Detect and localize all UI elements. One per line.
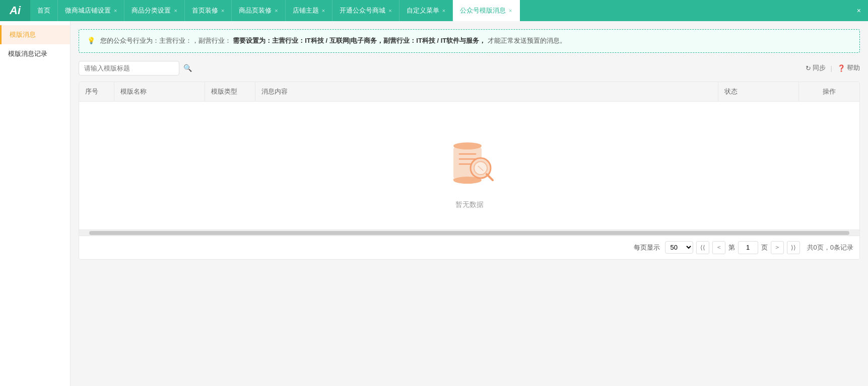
sidebar-item-template-record[interactable]: 模版消息记录: [0, 44, 70, 63]
svg-point-2: [453, 142, 482, 149]
svg-line-9: [487, 174, 493, 180]
nav-close-mall[interactable]: ×: [388, 8, 391, 14]
table-header: 序号 模版名称 模版类型 消息内容 状态 操作: [79, 82, 859, 102]
nav-item-template-msg[interactable]: 公众号模版消息 ×: [453, 0, 519, 21]
last-page-button[interactable]: ⟩⟩: [787, 241, 800, 254]
search-left: 🔍: [79, 61, 192, 75]
nav-close-menu[interactable]: ×: [442, 8, 445, 14]
nav-label-shop-setting: 微商城店铺设置: [65, 6, 111, 15]
next-page-button[interactable]: ＞: [771, 241, 784, 254]
nav-item-menu[interactable]: 自定义菜单 ×: [399, 0, 453, 21]
nav-label-menu: 自定义菜单: [407, 6, 439, 15]
nav-label-category: 商品分类设置: [131, 6, 171, 15]
horizontal-scrollbar[interactable]: [79, 229, 859, 236]
page-label-before: 第: [728, 243, 735, 252]
sidebar-item-template-msg[interactable]: 模版消息: [0, 25, 70, 44]
col-header-name: 模版名称: [114, 82, 205, 101]
search-input[interactable]: [79, 61, 179, 75]
total-info: 共0页，0条记录: [807, 243, 853, 252]
sidebar: 模版消息 模版消息记录: [0, 21, 71, 386]
main-layout: 模版消息 模版消息记录 💡 您的公众号行业为：主营行业：，副营行业： 需要设置为…: [0, 21, 868, 386]
nav-label-product-page: 商品页装修: [239, 6, 272, 15]
search-bar: 🔍 ↻ 同步 | ❓ 帮助: [79, 61, 860, 75]
nav-close-template-msg[interactable]: ×: [509, 8, 512, 14]
first-page-button[interactable]: ⟨⟨: [696, 241, 709, 254]
help-button[interactable]: ❓ 帮助: [837, 63, 860, 72]
col-header-type: 模版类型: [205, 82, 255, 101]
nav-item-product-page[interactable]: 商品页装修 ×: [232, 0, 285, 21]
nav-item-homepage[interactable]: 首页装修 ×: [185, 0, 232, 21]
page-size-select[interactable]: 50 20 100: [665, 241, 693, 254]
col-header-action: 操作: [799, 82, 859, 101]
logo: Ai: [0, 0, 30, 21]
scrollbar-thumb[interactable]: [89, 231, 849, 235]
last-page-icon: ⟩⟩: [791, 244, 796, 251]
col-header-seq: 序号: [79, 82, 114, 101]
nav-item-category[interactable]: 商品分类设置 ×: [124, 0, 184, 21]
nav-item-mall[interactable]: 开通公众号商城 ×: [332, 0, 399, 21]
nav-label-template-msg: 公众号模版消息: [460, 6, 506, 15]
page-number-input[interactable]: [738, 241, 758, 254]
notice-highlight: 需要设置为：主营行业：IT科技 / 互联网|电子商务，副营行业：IT科技 / I…: [233, 37, 486, 44]
prev-page-button[interactable]: ＜: [712, 241, 725, 254]
nav-item-shop-setting[interactable]: 微商城店铺设置 ×: [58, 0, 124, 21]
nav-label-homepage: 首页装修: [192, 6, 218, 15]
next-page-icon: ＞: [774, 243, 780, 252]
help-icon: ❓: [837, 64, 845, 72]
search-icon: 🔍: [183, 64, 192, 72]
col-header-status: 状态: [718, 82, 799, 101]
page-size-label: 每页显示: [634, 243, 660, 252]
empty-text: 暂无数据: [455, 200, 484, 209]
prev-page-icon: ＜: [716, 243, 722, 252]
nav-label-home: 首页: [37, 6, 50, 15]
first-page-icon: ⟨⟨: [700, 244, 705, 251]
empty-illustration: [439, 132, 500, 192]
content-area: 💡 您的公众号行业为：主营行业：，副营行业： 需要设置为：主营行业：IT科技 /…: [71, 21, 868, 386]
notice-box: 💡 您的公众号行业为：主营行业：，副营行业： 需要设置为：主营行业：IT科技 /…: [79, 29, 860, 53]
notice-prefix: 您的公众号行业为：主营行业：，副营行业：: [100, 37, 231, 44]
nav-close-homepage[interactable]: ×: [221, 8, 224, 14]
nav-close-theme[interactable]: ×: [322, 8, 325, 14]
global-close-button[interactable]: ×: [850, 7, 868, 15]
nav-close-product-page[interactable]: ×: [275, 8, 278, 14]
pagination: 每页显示 50 20 100 ⟨⟨ ＜ 第 页 ＞: [79, 236, 859, 259]
nav-item-home[interactable]: 首页: [30, 0, 58, 21]
top-nav: Ai 首页 微商城店铺设置 × 商品分类设置 × 首页装修 × 商品页装修 × …: [0, 0, 868, 21]
toolbar-divider: |: [831, 64, 832, 72]
sync-button[interactable]: ↻ 同步: [806, 63, 826, 72]
nav-label-theme: 店铺主题: [293, 6, 319, 15]
notice-suffix: 才能正常发送预置的消息。: [488, 37, 566, 44]
nav-item-theme[interactable]: 店铺主题 ×: [286, 0, 332, 21]
notice-icon: 💡: [87, 37, 95, 44]
empty-state: 暂无数据: [79, 102, 859, 229]
nav-label-mall: 开通公众号商城: [340, 6, 385, 15]
sync-icon: ↻: [806, 64, 811, 72]
nav-close-category[interactable]: ×: [174, 8, 177, 14]
toolbar-right: ↻ 同步 | ❓ 帮助: [806, 63, 860, 72]
search-button[interactable]: 🔍: [183, 64, 192, 72]
nav-close-shop-setting[interactable]: ×: [114, 8, 117, 14]
page-label-after: 页: [761, 243, 768, 252]
data-table: 序号 模版名称 模版类型 消息内容 状态 操作: [79, 82, 860, 260]
col-header-content: 消息内容: [255, 82, 718, 101]
